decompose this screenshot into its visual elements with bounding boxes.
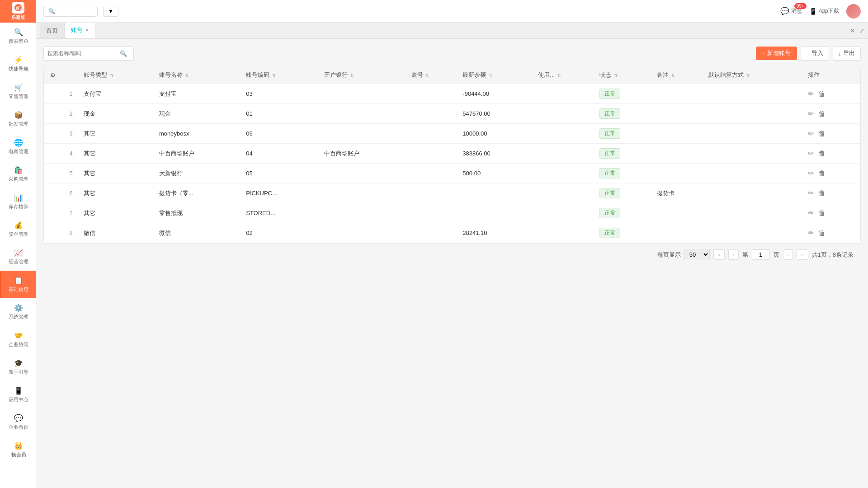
top-dropdown[interactable]: ▼ bbox=[103, 6, 118, 17]
row-remark bbox=[653, 124, 705, 144]
content-area: 🔍 + 新增账号 ↑ 导入 ↓ 导出 ⚙ bbox=[36, 39, 868, 488]
row-default-payment bbox=[705, 183, 804, 203]
row-account bbox=[408, 104, 459, 124]
row-balance bbox=[459, 203, 534, 223]
last-page-button[interactable]: » bbox=[797, 249, 808, 260]
col-account[interactable]: 账号 ⇅ bbox=[408, 66, 459, 84]
edit-button[interactable]: ✏ bbox=[808, 209, 814, 217]
col-use[interactable]: 使用... ⇅ bbox=[534, 66, 596, 84]
row-remark bbox=[653, 203, 705, 223]
sidebar-item-vip-member[interactable]: 👑畅会员 bbox=[0, 436, 36, 464]
tab-label-home: 首页 bbox=[46, 27, 58, 35]
tab-expand: ✕ ⤢ bbox=[850, 27, 864, 34]
row-name: 现金 bbox=[156, 104, 242, 124]
col-status[interactable]: 状态 ⇅ bbox=[596, 66, 653, 84]
message-badge: 99+ bbox=[794, 3, 807, 9]
sidebar-item-guide[interactable]: 🎓新手引导 bbox=[0, 353, 36, 381]
delete-button[interactable]: 🗑 bbox=[818, 150, 826, 157]
col-code[interactable]: 账号编码 ⇅ bbox=[242, 66, 321, 84]
sidebar-item-inventory-calc[interactable]: 📊库存核算 bbox=[0, 188, 36, 216]
sidebar-item-capital-mgmt[interactable]: 💰资金管理 bbox=[0, 216, 36, 243]
delete-button[interactable]: 🗑 bbox=[818, 189, 826, 197]
sidebar-item-enterprise-agmt[interactable]: 🤝企业协同 bbox=[0, 326, 36, 353]
table-row: 3 其它 moneybosx 06 10000.00 正常 ✏ 🗑 bbox=[44, 124, 860, 144]
delete-button[interactable]: 🗑 bbox=[818, 90, 826, 98]
col-default-payment[interactable]: 默认结算方式 ⇅ bbox=[705, 66, 804, 84]
col-type[interactable]: 账号类型 ⇅ bbox=[80, 66, 156, 84]
sidebar-item-quick-nav[interactable]: ⚡快捷导航 bbox=[0, 50, 36, 78]
sidebar-item-app-center[interactable]: 📱应用中心 bbox=[0, 381, 36, 408]
col-bank[interactable]: 开户银行 ⇅ bbox=[321, 66, 407, 84]
row-gear bbox=[44, 164, 62, 183]
message-button[interactable]: 💬 消息 99+ bbox=[780, 7, 802, 15]
import-button[interactable]: ↑ 导入 bbox=[801, 46, 829, 61]
row-bank bbox=[321, 164, 407, 183]
row-action: ✏ 🗑 bbox=[804, 223, 860, 243]
row-use bbox=[534, 183, 596, 203]
edit-button[interactable]: ✏ bbox=[808, 229, 814, 237]
sidebar-icon-purchase-mgmt: 🛍️ bbox=[14, 166, 23, 174]
sidebar-item-basic-info[interactable]: 📋基础信息 bbox=[0, 271, 36, 298]
sidebar-item-purchase-mgmt[interactable]: 🛍️采购管理 bbox=[0, 160, 36, 188]
search-input[interactable] bbox=[47, 50, 120, 56]
col-remark[interactable]: 备注 ⇅ bbox=[653, 66, 705, 84]
app-name: 乐惠版 bbox=[11, 14, 25, 21]
delete-button[interactable]: 🗑 bbox=[818, 130, 826, 137]
tab-account[interactable]: 账号× bbox=[65, 23, 95, 38]
sidebar-item-ecommerce-mgmt[interactable]: 🌐电商管理 bbox=[0, 133, 36, 160]
row-status: 正常 bbox=[596, 84, 653, 104]
row-status: 正常 bbox=[596, 183, 653, 203]
settings-icon[interactable]: ⚙ bbox=[50, 72, 56, 79]
row-default-payment bbox=[705, 104, 804, 124]
delete-button[interactable]: 🗑 bbox=[818, 229, 826, 237]
edit-button[interactable]: ✏ bbox=[808, 169, 814, 177]
row-num: 1 bbox=[62, 84, 80, 104]
tab-close-account[interactable]: × bbox=[85, 27, 89, 33]
sidebar-label-system-mgmt: 系统管理 bbox=[9, 314, 28, 320]
sidebar-item-operations-mgmt[interactable]: 📈经营管理 bbox=[0, 243, 36, 271]
sidebar-label-ecommerce-mgmt: 电商管理 bbox=[9, 148, 28, 155]
edit-button[interactable]: ✏ bbox=[808, 110, 814, 117]
export-button[interactable]: ↓ 导出 bbox=[833, 46, 861, 61]
sidebar-item-enterprise-wechat[interactable]: 💬企业微信 bbox=[0, 408, 36, 436]
sidebar-label-operations-mgmt: 经营管理 bbox=[9, 258, 28, 265]
col-name[interactable]: 账号名称 ⇅ bbox=[156, 66, 242, 84]
sidebar-label-enterprise-wechat: 企业微信 bbox=[9, 424, 28, 431]
sidebar-item-retail-mgmt[interactable]: 🛒零售管理 bbox=[0, 78, 36, 105]
tab-home[interactable]: 首页 bbox=[40, 23, 65, 38]
col-action: 操作 bbox=[804, 66, 860, 84]
edit-button[interactable]: ✏ bbox=[808, 189, 814, 197]
page-size-select[interactable]: 50 20 100 bbox=[684, 249, 710, 260]
delete-button[interactable]: 🗑 bbox=[818, 169, 826, 177]
app-download-button[interactable]: 📱 App下载 bbox=[809, 7, 839, 15]
edit-button[interactable]: ✏ bbox=[808, 150, 814, 157]
row-balance: 10000.00 bbox=[459, 124, 534, 144]
edit-button[interactable]: ✏ bbox=[808, 90, 814, 98]
sidebar-item-wholesale-mgmt[interactable]: 📦批发管理 bbox=[0, 105, 36, 133]
row-code: STORED... bbox=[242, 203, 321, 223]
first-page-button[interactable]: « bbox=[713, 249, 725, 260]
row-name: 微信 bbox=[156, 223, 242, 243]
row-account bbox=[408, 84, 459, 104]
add-account-button[interactable]: + 新增账号 bbox=[756, 47, 797, 60]
close-all-icon[interactable]: ✕ bbox=[850, 27, 855, 34]
row-account bbox=[408, 183, 459, 203]
col-balance[interactable]: 最新余额 ⇅ bbox=[459, 66, 534, 84]
sidebar-icon-basic-info: 📋 bbox=[14, 276, 23, 285]
row-bank bbox=[321, 223, 407, 243]
topbar-left: 🔍 ▼ bbox=[43, 6, 118, 17]
page-number-input[interactable] bbox=[752, 249, 770, 260]
next-page-button[interactable]: › bbox=[783, 249, 793, 260]
row-status: 正常 bbox=[596, 124, 653, 144]
delete-button[interactable]: 🗑 bbox=[818, 209, 826, 217]
sidebar-item-search-menu[interactable]: 🔍搜索菜单 bbox=[0, 23, 36, 50]
prev-page-button[interactable]: ‹ bbox=[728, 249, 738, 260]
user-avatar[interactable] bbox=[846, 4, 861, 19]
edit-button[interactable]: ✏ bbox=[808, 130, 814, 137]
status-badge: 正常 bbox=[599, 228, 620, 238]
delete-button[interactable]: 🗑 bbox=[818, 110, 826, 117]
row-action: ✏ 🗑 bbox=[804, 84, 860, 104]
expand-icon[interactable]: ⤢ bbox=[859, 27, 864, 34]
sidebar-item-system-mgmt[interactable]: ⚙️系统管理 bbox=[0, 298, 36, 326]
status-badge: 正常 bbox=[599, 89, 620, 99]
